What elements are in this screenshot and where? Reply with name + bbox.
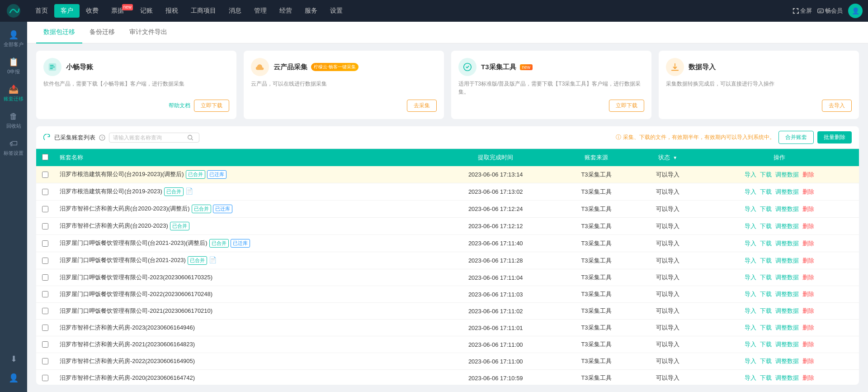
import-action[interactable]: 导入: [745, 171, 756, 178]
import-action[interactable]: 导入: [745, 274, 756, 281]
sidebar-item-tag-settings[interactable]: 🏷 标签设置: [0, 134, 27, 161]
fullscreen-btn[interactable]: 全屏: [793, 7, 812, 15]
import-action[interactable]: 导入: [745, 206, 756, 212]
delete-action[interactable]: 删除: [802, 341, 814, 348]
nav-client[interactable]: 客户: [54, 4, 80, 18]
delete-action[interactable]: 删除: [802, 358, 814, 364]
import-action[interactable]: 导入: [745, 223, 756, 229]
collect-btn-cloud[interactable]: 去采集: [407, 100, 437, 112]
merge-account-btn[interactable]: 合并账套: [778, 131, 814, 144]
download-btn-xiaochang[interactable]: 立即下载: [194, 100, 229, 112]
sidebar-item-recycle[interactable]: 🗑 回收站: [0, 107, 27, 134]
row-checkbox[interactable]: [42, 308, 48, 314]
help-doc-link[interactable]: 帮助文档: [169, 102, 190, 110]
download-action[interactable]: 下载: [760, 307, 772, 314]
table-scroll[interactable]: 账套名称 提取完成时间 账套来源 状态 ▼ 操作 汨罗市根浩建筑有限公司(台20…: [36, 149, 859, 385]
delete-action[interactable]: 删除: [802, 257, 814, 264]
download-action[interactable]: 下载: [760, 240, 772, 247]
sidebar-item-all-clients[interactable]: 👤 全部客户: [0, 25, 27, 53]
row-checkbox[interactable]: [42, 325, 48, 331]
th-status[interactable]: 状态 ▼: [635, 149, 700, 166]
delete-action[interactable]: 删除: [802, 188, 814, 195]
delete-action[interactable]: 删除: [802, 307, 814, 314]
download-action[interactable]: 下载: [760, 171, 772, 178]
import-action[interactable]: 导入: [745, 188, 756, 195]
sidebar-item-zero-report[interactable]: 📋 0申报: [0, 53, 27, 80]
import-action[interactable]: 导入: [745, 307, 756, 314]
tab-backup-migration[interactable]: 备份迁移: [82, 22, 122, 43]
import-action[interactable]: 导入: [745, 291, 756, 297]
adjust-action[interactable]: 调整数据: [775, 291, 799, 297]
download-action[interactable]: 下载: [760, 341, 772, 348]
search-icon[interactable]: [187, 134, 193, 141]
download-action[interactable]: 下载: [760, 257, 772, 264]
delete-action[interactable]: 删除: [802, 171, 814, 178]
goto-import-btn[interactable]: 去导入: [822, 100, 852, 112]
select-all-checkbox[interactable]: [42, 154, 48, 160]
delete-action[interactable]: 删除: [802, 291, 814, 297]
nav-tax[interactable]: 报税: [159, 4, 184, 18]
row-checkbox[interactable]: [42, 240, 48, 247]
download-action[interactable]: 下载: [760, 291, 772, 297]
adjust-action[interactable]: 调整数据: [775, 358, 799, 364]
import-action[interactable]: 导入: [745, 358, 756, 364]
delete-action[interactable]: 删除: [802, 274, 814, 281]
sidebar-item-account-migration[interactable]: 📤 账套迁移: [0, 80, 27, 107]
sidebar-item-download[interactable]: ⬇: [0, 349, 27, 368]
import-action[interactable]: 导入: [745, 257, 756, 264]
user-avatar[interactable]: 👤: [848, 4, 863, 18]
download-action[interactable]: 下载: [760, 188, 772, 195]
adjust-action[interactable]: 调整数据: [775, 240, 799, 247]
row-checkbox[interactable]: [42, 189, 48, 195]
adjust-action[interactable]: 调整数据: [775, 341, 799, 348]
nav-invoice[interactable]: 票据 new: [105, 4, 134, 18]
download-action[interactable]: 下载: [760, 223, 772, 229]
nav-fee[interactable]: 收费: [80, 4, 105, 18]
adjust-action[interactable]: 调整数据: [775, 324, 799, 331]
download-action[interactable]: 下载: [760, 206, 772, 212]
adjust-action[interactable]: 调整数据: [775, 188, 799, 195]
row-checkbox[interactable]: [42, 172, 48, 178]
download-action[interactable]: 下载: [760, 358, 772, 364]
tab-data-migration[interactable]: 数据包迁移: [36, 22, 82, 43]
nav-home[interactable]: 首页: [29, 4, 54, 18]
delete-action[interactable]: 删除: [802, 374, 814, 381]
row-checkbox[interactable]: [42, 291, 48, 297]
search-input[interactable]: [113, 134, 185, 141]
nav-settings[interactable]: 设置: [324, 4, 349, 18]
adjust-action[interactable]: 调整数据: [775, 307, 799, 314]
import-action[interactable]: 导入: [745, 240, 756, 247]
row-checkbox[interactable]: [42, 223, 48, 229]
adjust-action[interactable]: 调整数据: [775, 223, 799, 229]
delete-action[interactable]: 删除: [802, 206, 814, 212]
delete-action[interactable]: 删除: [802, 223, 814, 229]
adjust-action[interactable]: 调整数据: [775, 171, 799, 178]
import-action[interactable]: 导入: [745, 341, 756, 348]
download-action[interactable]: 下载: [760, 324, 772, 331]
nav-service[interactable]: 服务: [298, 4, 324, 18]
row-checkbox[interactable]: [42, 274, 48, 281]
download-action[interactable]: 下载: [760, 274, 772, 281]
refresh-icon[interactable]: [43, 134, 51, 141]
delete-action[interactable]: 删除: [802, 324, 814, 331]
row-checkbox[interactable]: [42, 206, 48, 212]
nav-message[interactable]: 消息: [222, 4, 248, 18]
row-checkbox[interactable]: [42, 358, 48, 364]
import-action[interactable]: 导入: [745, 324, 756, 331]
tab-audit-export[interactable]: 审计文件导出: [122, 22, 175, 43]
download-btn-t3[interactable]: 立即下载: [609, 100, 644, 112]
row-checkbox[interactable]: [42, 341, 48, 348]
row-checkbox[interactable]: [42, 258, 48, 264]
row-checkbox[interactable]: [42, 375, 48, 381]
file-icon[interactable]: 📄: [185, 187, 193, 195]
file-icon[interactable]: 📄: [209, 256, 217, 263]
batch-delete-btn[interactable]: 批量删除: [817, 131, 852, 143]
adjust-action[interactable]: 调整数据: [775, 257, 799, 264]
adjust-action[interactable]: 调整数据: [775, 206, 799, 212]
adjust-action[interactable]: 调整数据: [775, 274, 799, 281]
import-action[interactable]: 导入: [745, 374, 756, 381]
download-action[interactable]: 下载: [760, 374, 772, 381]
nav-operation[interactable]: 经营: [273, 4, 298, 18]
delete-action[interactable]: 删除: [802, 240, 814, 247]
nav-manage[interactable]: 管理: [248, 4, 273, 18]
